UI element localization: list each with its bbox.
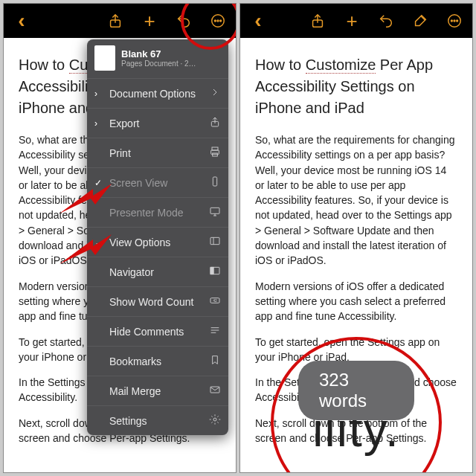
menu-item-label: Export	[109, 118, 139, 129]
svg-rect-9	[213, 177, 216, 186]
share-button[interactable]	[105, 10, 126, 31]
share-icon	[107, 13, 123, 29]
presenter-icon	[209, 205, 221, 219]
svg-point-28	[454, 20, 455, 22]
more-button[interactable]	[208, 10, 228, 31]
svg-text:42: 42	[213, 299, 217, 303]
counter-icon: 42	[209, 295, 221, 309]
svg-rect-15	[210, 267, 213, 274]
page-title: How to Customize Per App Accessibility S…	[255, 54, 457, 119]
menu-item-label: Settings	[109, 415, 147, 427]
share-button[interactable]	[307, 10, 328, 31]
menu-item-settings[interactable]: Settings	[87, 405, 228, 435]
svg-point-29	[457, 20, 458, 22]
back-button[interactable]: ‹	[11, 10, 32, 31]
menu-item-label: Navigator	[109, 266, 154, 278]
more-button[interactable]	[444, 10, 465, 31]
paragraph: So, what are the requirements for changi…	[255, 132, 457, 268]
menu-item-label: Print	[109, 147, 131, 159]
menu-item-label: Document Options	[109, 88, 196, 100]
undo-icon	[378, 13, 394, 29]
svg-rect-11	[210, 237, 219, 244]
menu-item-label: Show Word Count	[109, 296, 193, 308]
menu-item-presenter-mode[interactable]: Presenter Mode	[87, 197, 228, 227]
menu-doc-title: Blank 67	[121, 48, 196, 60]
undo-button[interactable]	[376, 10, 396, 31]
menu-item-show-word-count[interactable]: Show Word Count42	[87, 286, 228, 316]
chevron-icon	[209, 86, 221, 100]
menu-doc-subtitle: Pages Document · 2…	[121, 60, 196, 68]
menu-item-screen-view[interactable]: ✓Screen View	[87, 167, 228, 197]
svg-point-4	[220, 20, 222, 22]
svg-point-3	[217, 20, 219, 22]
format-button[interactable]	[410, 10, 431, 31]
printer-icon	[209, 146, 221, 160]
menu-item-label: Presenter Mode	[109, 207, 184, 219]
add-button[interactable]: +	[341, 10, 362, 31]
menu-header: Blank 67 Pages Document · 2…	[87, 39, 228, 78]
document-menu: Blank 67 Pages Document · 2… ›Document O…	[87, 39, 228, 435]
undo-button[interactable]	[173, 10, 194, 31]
back-button[interactable]: ‹	[248, 10, 268, 31]
menu-item-hide-comments[interactable]: Hide Comments	[87, 316, 228, 346]
phone-icon	[209, 176, 221, 190]
left-screenshot: ‹ + How to Customize Per App Accessibili…	[3, 3, 237, 473]
more-icon	[210, 13, 226, 29]
menu-item-bookmarks[interactable]: Bookmarks	[87, 346, 228, 376]
svg-point-27	[451, 20, 452, 22]
paragraph: Modern versions of iOS offer a dedicated…	[255, 279, 457, 324]
menu-item-label: Hide Comments	[109, 326, 184, 338]
menu-item-label: Bookmarks	[109, 356, 161, 367]
menu-item-label: Screen View	[109, 177, 167, 189]
menu-item-label: Mail Merge	[109, 385, 161, 397]
bookmark-icon	[209, 354, 221, 368]
menu-item-document-options[interactable]: ›Document Options	[87, 78, 228, 108]
menu-item-mail-merge[interactable]: Mail Merge	[87, 376, 228, 405]
undo-icon	[176, 13, 192, 29]
menu-item-export[interactable]: ›Export	[87, 108, 228, 138]
svg-point-2	[214, 20, 216, 22]
toolbar: ‹ +	[240, 4, 472, 38]
more-icon	[446, 13, 463, 29]
svg-point-22	[213, 418, 216, 421]
mail-icon	[209, 384, 221, 398]
menu-item-view-options[interactable]: ⌄View Options	[87, 227, 228, 257]
menu-item-navigator[interactable]: Navigator	[87, 257, 228, 286]
svg-rect-6	[212, 147, 218, 150]
share-icon	[309, 13, 326, 29]
brush-icon	[412, 13, 428, 29]
share-icon	[209, 116, 221, 130]
svg-rect-8	[213, 153, 218, 156]
panel-split-icon	[209, 265, 221, 279]
add-button[interactable]: +	[139, 10, 160, 31]
toolbar: ‹ +	[4, 4, 236, 38]
menu-item-print[interactable]: Print	[87, 138, 228, 167]
word-count-pill[interactable]: 323 words	[298, 361, 414, 420]
svg-rect-10	[210, 208, 219, 213]
svg-rect-21	[210, 387, 219, 393]
menu-item-label: View Options	[109, 237, 170, 248]
gear-icon	[209, 414, 221, 428]
document-thumbnail	[94, 45, 115, 71]
right-screenshot: ‹ + How to Customize Per App Accessibili…	[239, 3, 473, 473]
comments-icon	[209, 324, 221, 338]
panel-icon	[209, 235, 221, 249]
